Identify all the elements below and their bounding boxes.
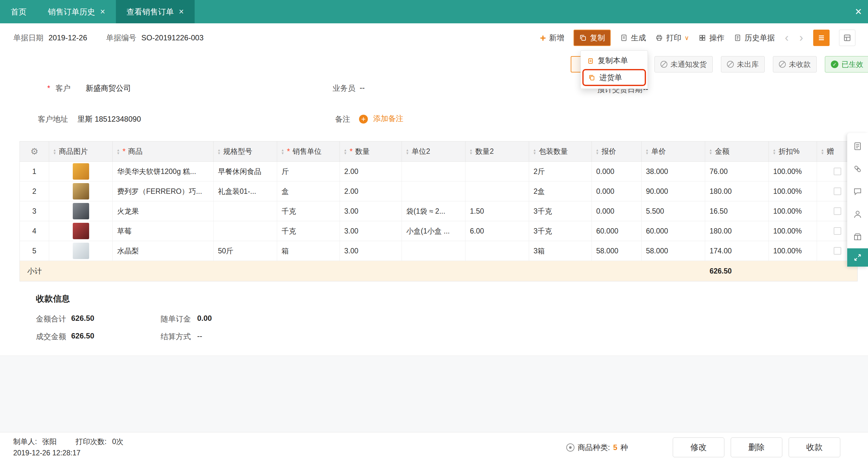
subtotal-spacer [769, 261, 858, 281]
toolbar: 单据日期 2019-12-26 单据编号 SO-20191226-003 + 新… [0, 23, 868, 52]
menu-item-purchase-order[interactable]: 进货单 [584, 70, 645, 85]
gift-checkbox[interactable] [834, 227, 841, 235]
gift-checkbox[interactable] [834, 247, 841, 255]
product-thumbnail[interactable] [73, 203, 89, 219]
gift-checkbox[interactable] [834, 187, 841, 195]
cell-quote-price: 0.000 [592, 162, 642, 181]
sort-arrows-icon[interactable]: ▲▼ [709, 148, 712, 155]
package-button[interactable] [847, 226, 868, 248]
card-view-toggle[interactable] [839, 30, 856, 46]
column-header-discount-percent[interactable]: ▲▼折扣% [769, 142, 817, 161]
column-header-product-image[interactable]: ▲▼商品图片 [49, 142, 113, 161]
menu-item-copy-current[interactable]: 复制本单 [581, 53, 648, 68]
cell-product-image[interactable] [49, 241, 113, 261]
column-header-label: 单位2 [412, 147, 430, 156]
column-header-quote-price[interactable]: ▲▼报价 [592, 142, 642, 161]
table-row[interactable]: 1华美华夫软饼1200g 糕...早餐休闲食品斤2.002斤0.00038.00… [20, 162, 857, 181]
plus-icon: + [540, 34, 546, 41]
actions-button[interactable]: 操作 [699, 33, 724, 43]
modify-button[interactable]: 修改 [673, 437, 724, 457]
amount-total-value: 626.50 [71, 314, 94, 323]
table-row[interactable]: 4草莓千克3.00小盒(1小盒 ...6.003千克60.00060.00018… [20, 221, 857, 241]
link-button[interactable] [847, 157, 868, 180]
table-row[interactable]: 5水晶梨50斤箱3.003箱58.00058.000174.00100.00% [20, 241, 857, 261]
cell-sales-unit: 盒 [277, 181, 340, 201]
cell-product-image[interactable] [49, 201, 113, 221]
cell-discount-percent: 100.00% [769, 181, 817, 201]
cell-product-image[interactable] [49, 181, 113, 201]
table-row[interactable]: 3火龙果千克3.00袋(1袋 ≈ 2...1.503千克0.0005.50016… [20, 201, 857, 221]
required-mark: * [350, 147, 353, 156]
receive-payment-button[interactable]: 收款 [788, 437, 840, 457]
column-header-product[interactable]: ▲▼*商品 [113, 142, 214, 161]
generate-button[interactable]: 生成 [620, 33, 646, 43]
cell-amount: 76.00 [705, 162, 769, 181]
add-remark-button[interactable]: + 添加备注 [359, 113, 403, 123]
customer-value[interactable]: 新盛商贸公司 [86, 83, 131, 93]
product-thumbnail[interactable] [73, 163, 89, 180]
column-header-package-quantity[interactable]: ▲▼包装数量 [529, 142, 592, 161]
column-header-unit2[interactable]: ▲▼单位2 [402, 142, 465, 161]
window-close-icon[interactable]: × [855, 0, 862, 23]
column-header-quantity2[interactable]: ▲▼数量2 [465, 142, 529, 161]
column-header-quantity[interactable]: ▲▼*数量 [340, 142, 402, 161]
product-thumbnail[interactable] [73, 223, 89, 239]
message-button[interactable] [847, 180, 868, 203]
tab-home[interactable]: 首页 [0, 0, 37, 23]
table-row[interactable]: 2费列罗（FERRERO）巧...礼盒装01-...盒2.002盒0.00090… [20, 181, 857, 201]
table-body: 1华美华夫软饼1200g 糕...早餐休闲食品斤2.002斤0.00038.00… [20, 162, 857, 261]
column-header-amount[interactable]: ▲▼金额 [705, 142, 769, 161]
table-settings-button[interactable]: ⚙ [20, 142, 49, 161]
cell-product-image[interactable] [49, 221, 113, 241]
column-header-sales-unit[interactable]: ▲▼*销售单位 [277, 142, 340, 161]
sort-arrows-icon[interactable]: ▲▼ [821, 148, 824, 155]
cell-package-quantity: 2斤 [529, 162, 592, 181]
sort-arrows-icon[interactable]: ▲▼ [53, 148, 56, 155]
column-header-label: 规格型号 [223, 147, 252, 156]
sort-arrows-icon[interactable]: ▲▼ [406, 148, 409, 155]
tab-sales-order-history[interactable]: 销售订单历史 × [37, 0, 116, 23]
tab-close-icon[interactable]: × [179, 7, 184, 17]
expand-button[interactable] [847, 248, 868, 267]
sort-arrows-icon[interactable]: ▲▼ [595, 148, 599, 155]
cell-quantity: 2.00 [340, 181, 402, 201]
sort-arrows-icon[interactable]: ▲▼ [533, 148, 536, 155]
prev-arrow-button[interactable]: ‹ [784, 32, 789, 44]
delete-button[interactable]: 删除 [731, 437, 782, 457]
detail-button[interactable] [847, 135, 868, 157]
copy-button[interactable]: 复制 [574, 30, 611, 46]
sort-arrows-icon[interactable]: ▲▼ [344, 148, 347, 155]
badge-label: 未通知发货 [671, 60, 707, 69]
customer-button[interactable] [847, 203, 868, 226]
plus-circle-icon: + [359, 115, 368, 123]
gift-checkbox[interactable] [834, 207, 841, 215]
sort-arrows-icon[interactable]: ▲▼ [217, 148, 221, 155]
sort-arrows-icon[interactable]: ▲▼ [281, 148, 284, 155]
sort-arrows-icon[interactable]: ▲▼ [117, 148, 120, 155]
cell-product-image[interactable] [49, 162, 113, 181]
history-docs-button[interactable]: 历史单据 [734, 33, 775, 43]
prohibit-icon [727, 61, 734, 68]
sort-arrows-icon[interactable]: ▲▼ [469, 148, 473, 155]
actions-button-label: 操作 [709, 33, 724, 43]
print-button[interactable]: 打印 ∨ [655, 33, 689, 43]
sort-arrows-icon[interactable]: ▲▼ [773, 148, 776, 155]
salesman-value: -- [360, 83, 365, 92]
gift-checkbox[interactable] [834, 168, 841, 175]
product-thumbnail[interactable] [73, 183, 89, 200]
cell-quantity: 3.00 [340, 241, 402, 261]
next-arrow-button[interactable]: › [799, 32, 804, 44]
cell-package-quantity: 2盒 [529, 181, 592, 201]
column-header-label: 数量2 [475, 147, 494, 156]
tab-view-sales-order[interactable]: 查看销售订单 × [116, 0, 195, 23]
column-header-unit-price[interactable]: ▲▼单价 [642, 142, 705, 161]
sort-arrows-icon[interactable]: ▲▼ [645, 148, 649, 155]
tab-close-icon[interactable]: × [100, 7, 105, 17]
add-button[interactable]: + 新增 [540, 33, 564, 43]
salesman-label: 业务员 [333, 83, 355, 93]
chevron-down-icon[interactable]: ∨ [684, 34, 689, 41]
column-header-spec-model[interactable]: ▲▼规格型号 [214, 142, 277, 161]
product-thumbnail[interactable] [73, 243, 89, 259]
list-view-toggle[interactable] [813, 30, 830, 46]
row-index: 1 [20, 162, 49, 181]
